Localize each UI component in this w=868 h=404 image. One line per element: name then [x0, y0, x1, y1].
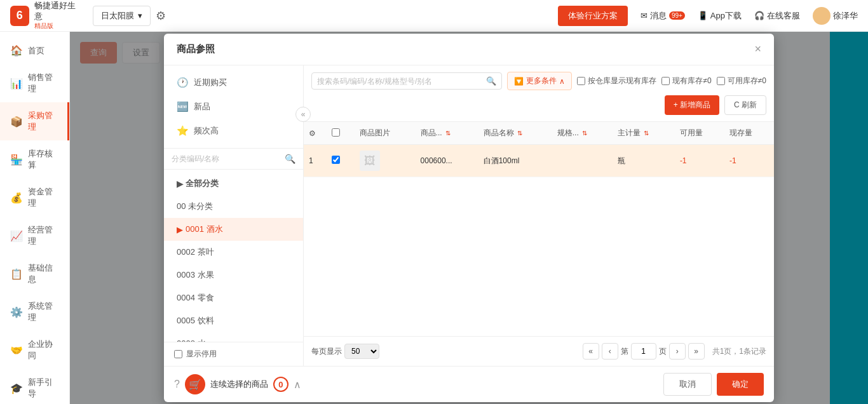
first-page-button[interactable]: «	[583, 343, 599, 360]
sidebar: 🏠 首页 📊 销售管理 📦 采购管理 🏪 库存核算 💰 资金管理 📈 经营管理 …	[0, 32, 70, 404]
sidebar-item-inventory[interactable]: 🏪 库存核算	[0, 140, 69, 178]
add-product-button[interactable]: + 新增商品	[665, 95, 719, 115]
col-code-header[interactable]: 商品... ⇅	[416, 122, 478, 145]
app-download-item[interactable]: 📱 App下载	[698, 10, 742, 22]
tab-highfreq-label: 频次高	[194, 125, 219, 137]
tab-high-freq[interactable]: ⭐ 频次高	[164, 119, 303, 143]
more-filter-button[interactable]: 🔽 更多条件 ∧	[507, 72, 572, 90]
cat-fruit[interactable]: 0003 水果	[164, 264, 303, 286]
sidebar-item-home[interactable]: 🏠 首页	[0, 37, 69, 64]
sidebar-item-guide[interactable]: 🎓 新手引导	[0, 369, 69, 404]
user-item[interactable]: 徐泽华	[813, 7, 858, 25]
confirm-button[interactable]: 确定	[717, 373, 764, 396]
row-name: 白酒100ml	[478, 145, 552, 177]
message-badge: 99+	[669, 11, 685, 20]
cat-tea-label: 0002 茶叶	[177, 246, 214, 258]
modal-close-button[interactable]: ×	[754, 43, 761, 56]
table-row[interactable]: 1 🖼 000600... 白酒100ml	[304, 145, 774, 177]
cat-uncategorized-label: 00 未分类	[177, 201, 213, 212]
row-stock: -1	[724, 145, 774, 177]
checkbox-warehouse-stock[interactable]: 按仓库显示现有库存	[577, 76, 656, 86]
col-settings: ⚙	[304, 122, 327, 145]
left-panel: 🕐 近期购买 🆕 新品 ⭐ 频次高 «	[164, 65, 304, 366]
checkbox-current-stock[interactable]: 现有库存≠0	[661, 76, 711, 86]
page-size-select[interactable]: 50 10 20 100	[344, 344, 379, 359]
sidebar-item-operations[interactable]: 📈 经营管理	[0, 217, 69, 255]
prev-page-button[interactable]: ‹	[602, 343, 618, 360]
sidebar-item-purchase[interactable]: 📦 采购管理	[0, 102, 69, 140]
sidebar-item-sales[interactable]: 📊 销售管理	[0, 64, 69, 102]
collapse-cart-icon[interactable]: ∧	[294, 379, 301, 391]
cat-all[interactable]: ▶ 全部分类	[164, 172, 303, 195]
sidebar-item-enterprise[interactable]: 🤝 企业协同	[0, 331, 69, 369]
cancel-button[interactable]: 取消	[663, 373, 712, 396]
sidebar-item-finance[interactable]: 💰 资金管理	[0, 178, 69, 217]
refresh-button[interactable]: C 刷新	[724, 95, 766, 115]
col-name-header[interactable]: 商品名称 ⇅	[478, 122, 552, 145]
table-header-row: ⚙ 商品图片 商品... ⇅ 商品名称	[304, 122, 774, 145]
row-unit: 瓶	[613, 145, 675, 177]
col-unit-header[interactable]: 主计量 ⇅	[613, 122, 675, 145]
guide-icon: 🎓	[10, 382, 23, 394]
logo-icon: 6	[10, 6, 29, 26]
row-checkbox[interactable]	[332, 156, 340, 164]
search-icon[interactable]: 🔍	[486, 76, 496, 86]
cat-water[interactable]: 0008 水	[164, 332, 303, 342]
page-number-input[interactable]	[631, 343, 656, 360]
system-icon: ⚙️	[10, 306, 23, 318]
sidebar-label-system: 系统管理	[28, 300, 59, 323]
modal-title: 商品参照	[177, 43, 215, 55]
cat-beverage[interactable]: 0005 饮料	[164, 309, 303, 332]
select-all-checkbox[interactable]	[332, 128, 340, 137]
toolbar-right: + 新增商品 C 刷新	[665, 95, 766, 115]
row-image-cell: 🖼	[355, 145, 416, 177]
cart-count: 0	[273, 377, 288, 392]
category-search-input[interactable]	[172, 154, 281, 163]
help-icon[interactable]: ?	[174, 379, 180, 390]
row-spec	[552, 145, 613, 177]
sidebar-item-system[interactable]: ⚙️ 系统管理	[0, 293, 69, 331]
product-table: ⚙ 商品图片 商品... ⇅ 商品名称	[304, 122, 774, 177]
product-search-input[interactable]	[317, 77, 482, 86]
col-spec-header[interactable]: 规格... ⇅	[552, 122, 613, 145]
show-disabled-checkbox[interactable]	[174, 350, 182, 358]
avatar	[813, 7, 831, 25]
col-name-label: 商品名称	[484, 128, 514, 137]
sidebar-item-basics[interactable]: 📋 基础信息	[0, 255, 69, 293]
category-search-icon[interactable]: 🔍	[285, 154, 295, 164]
tab-recent-purchase[interactable]: 🕐 近期购买	[164, 71, 303, 95]
cat-tea[interactable]: 0002 茶叶	[164, 241, 303, 264]
experience-button[interactable]: 体验行业方案	[558, 6, 628, 26]
sidebar-label-operations: 经营管理	[28, 224, 59, 247]
page-unit-label: 页	[659, 346, 667, 357]
warehouse-stock-checkbox[interactable]	[577, 77, 585, 85]
online-service-item[interactable]: 🎧 在线客服	[754, 10, 800, 22]
cat-uncategorized[interactable]: 00 未分类	[164, 195, 303, 218]
tab-new-products[interactable]: 🆕 新品	[164, 95, 303, 119]
filter-icon: 🔽	[514, 77, 524, 86]
chevron-down-icon: ▾	[138, 11, 142, 20]
product-thumbnail: 🖼	[360, 151, 380, 171]
current-stock-checkbox[interactable]	[661, 77, 670, 85]
app-download-label: App下载	[710, 10, 742, 22]
available-stock-checkbox[interactable]	[717, 77, 725, 85]
user-name: 徐泽华	[833, 10, 858, 22]
modal-footer: ? 🛒 连续选择的商品 0 ∧ 取消 确定	[164, 366, 774, 402]
show-disabled-row: 显示停用	[164, 342, 303, 366]
mobile-icon: 📱	[698, 11, 708, 20]
headset-icon: 🎧	[754, 11, 764, 20]
last-page-button[interactable]: »	[688, 343, 705, 360]
settings-icon[interactable]: ⚙	[151, 6, 171, 26]
sidebar-label-enterprise: 企业协同	[28, 339, 59, 361]
cat-alcohol[interactable]: ▶ 0001 酒水	[164, 218, 303, 241]
next-page-button[interactable]: ›	[669, 343, 686, 360]
cart-button[interactable]: 🛒	[185, 374, 205, 394]
dropdown-selector[interactable]: 日太阳膜 ▾	[93, 6, 151, 26]
message-nav-item[interactable]: ✉ 消息 99+	[641, 10, 685, 22]
cat-beverage-label: 0005 饮料	[177, 315, 214, 327]
checkbox-available-stock[interactable]: 可用库存≠0	[717, 76, 766, 86]
cat-snack[interactable]: 0004 零食	[164, 286, 303, 309]
collapse-panel-button[interactable]: «	[295, 107, 311, 122]
logo-area: 6 畅捷通好生意 精品版	[10, 1, 80, 31]
sidebar-label-sales: 销售管理	[28, 72, 59, 95]
